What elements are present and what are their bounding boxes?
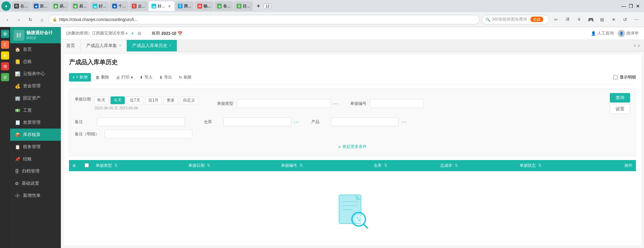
tab-history[interactable]: 产成品入库单历史 ×: [127, 40, 177, 51]
translate-btn[interactable]: 译: [563, 15, 572, 24]
minimize-button[interactable]: —: [621, 3, 626, 9]
service-btn[interactable]: 👤 人工咨询: [591, 30, 614, 36]
tab-close-all[interactable]: × ≡: [634, 43, 644, 48]
browser-tab-11[interactable]: ■ 各...: [214, 1, 233, 11]
select-all-checkbox[interactable]: [85, 163, 89, 167]
tab-breadcrumb-home[interactable]: 首页: [61, 40, 81, 51]
browser-tab-4[interactable]: ◆ 易...: [70, 1, 89, 11]
sidebar-item-tax[interactable]: 📋 税务管理: [10, 141, 61, 153]
forward-button[interactable]: ›: [14, 15, 24, 24]
theme-btn[interactable]: ☀: [609, 15, 618, 24]
date-btn-more[interactable]: 更多: [164, 96, 178, 104]
maximize-button[interactable]: ❐: [629, 3, 633, 9]
settings-button[interactable]: 设置: [610, 104, 630, 114]
col-checkbox[interactable]: [81, 160, 92, 171]
search-bar[interactable]: 🔍 360智能抠图免费用 热搜: [482, 15, 549, 24]
type-input[interactable]: [237, 99, 331, 108]
app-icon-3[interactable]: ★: [1, 51, 9, 60]
new-tab-button[interactable]: +: [254, 1, 263, 11]
settings-gear-icon[interactable]: ⚙: [137, 31, 142, 36]
app-icon-2[interactable]: C: [1, 41, 9, 49]
sidebar-item-invoice[interactable]: 🧾 发票管理: [10, 116, 61, 129]
tab-count[interactable]: 12: [264, 3, 271, 9]
print-button[interactable]: 🖨 打印 ▾: [114, 73, 135, 82]
browser-tab-9[interactable]: T 腾...: [175, 1, 194, 11]
company-selector[interactable]: (勿删勿禁用）江西腿宝测试专用 ▾: [66, 30, 127, 36]
sidebar-item-basic[interactable]: ⚙ 基础设置: [10, 177, 61, 189]
sidebar-item-newvoucher[interactable]: ➕ 新增凭单: [10, 189, 61, 202]
sidebar-item-assets[interactable]: 🏢 固定资产: [10, 92, 61, 104]
close-window-button[interactable]: ✕: [636, 3, 640, 9]
date-btn-7days[interactable]: 近7天: [127, 96, 143, 104]
back-button[interactable]: ‹: [3, 15, 12, 24]
tab-list[interactable]: 产成品入库单集 ×: [81, 40, 127, 51]
sidebar-item-ledger[interactable]: 📒 总账: [10, 55, 61, 68]
browser-tab-8[interactable]: ☁ 好... ×: [149, 1, 174, 11]
add-company-btn[interactable]: +: [131, 30, 134, 37]
query-button[interactable]: 查询: [610, 93, 630, 103]
close-all-icon[interactable]: ×: [634, 43, 636, 48]
refresh-button[interactable]: ↻: [26, 15, 35, 24]
detail-remarks-input[interactable]: [104, 130, 192, 138]
tab-close-8[interactable]: ×: [167, 4, 172, 8]
remarks-input[interactable]: [97, 117, 185, 126]
col-warehouse[interactable]: 仓库 ⇅: [370, 160, 437, 171]
tab-history-close-icon[interactable]: ×: [169, 44, 171, 47]
address-bar[interactable]: 🔒 https://cloud.chanjet.com/accounting/u…: [49, 15, 480, 24]
sidebar-item-salary[interactable]: 💵 工资: [10, 104, 61, 116]
browser-tab-3[interactable]: ◆ 易...: [51, 1, 70, 11]
delete-button[interactable]: 🗑 删除: [94, 73, 111, 82]
game-btn[interactable]: 🎮: [586, 15, 595, 24]
empty-state: [69, 171, 636, 245]
date-btn-custom[interactable]: 自定义: [180, 96, 198, 104]
browser-tab-1[interactable]: 在 在...: [11, 1, 30, 11]
date-btn-today[interactable]: 今天: [111, 96, 125, 104]
warehouse-input[interactable]: [223, 117, 291, 126]
undo-btn[interactable]: ↺: [620, 15, 630, 24]
show-detail-checkbox[interactable]: [613, 75, 618, 80]
browser-tab-7[interactable]: C 企...: [129, 1, 148, 11]
sidebar-item-inventory[interactable]: 📦 库存核算: [10, 129, 61, 141]
col-number[interactable]: 单据编号 ⇅: [278, 160, 370, 171]
type-dropdown-icon[interactable]: ⋯: [333, 100, 338, 107]
close-all-label[interactable]: ≡: [638, 43, 640, 48]
collapse-conditions-btn[interactable]: ∧ 收起更多条件: [75, 142, 630, 152]
date-btn-yesterday[interactable]: 昨天: [94, 96, 109, 104]
more-btn[interactable]: ⋯: [632, 15, 641, 24]
col-total-cost[interactable]: 总成本 ⇅: [437, 160, 516, 171]
browser-tab-5[interactable]: ☁ 好...: [90, 1, 109, 11]
browser-tab-12[interactable]: S 目...: [234, 1, 253, 11]
user-avatar[interactable]: 👤 徐泽华: [618, 30, 639, 37]
home-button[interactable]: ⌂: [37, 15, 47, 24]
browser-tab-6[interactable]: ■ 个...: [110, 1, 128, 11]
scissors-btn[interactable]: ✂: [551, 15, 561, 24]
col-date[interactable]: 单据日期 ⇅: [185, 160, 278, 171]
import-button[interactable]: ⬆ 导入: [138, 73, 154, 82]
date-options-group: 昨天 今天 近7天 近1月 更多 自定义 2023-06-06 至 2023-0…: [94, 96, 198, 111]
col-type[interactable]: 单据类型 ⇅: [92, 160, 185, 171]
product-input[interactable]: [331, 117, 399, 126]
refresh-action-button[interactable]: ↻ 刷新: [177, 73, 194, 82]
app-icon-4[interactable]: 微: [1, 62, 9, 70]
sidebar-item-reports[interactable]: 📊 云报表中心: [10, 68, 61, 80]
calendar-icon[interactable]: 📅: [177, 31, 183, 36]
currency-btn[interactable]: ¥: [574, 15, 584, 24]
number-input[interactable]: [370, 99, 424, 108]
col-status[interactable]: 单据状态 ⇅: [516, 160, 609, 171]
browser-tab-10[interactable]: M 畅...: [195, 1, 214, 11]
sidebar-item-funds[interactable]: 💰 资金管理: [10, 80, 61, 92]
grid-btn[interactable]: ⊞: [597, 15, 607, 24]
tab-list-close-icon[interactable]: ×: [119, 44, 121, 47]
add-button[interactable]: + + 新增: [69, 73, 91, 82]
app-icon-main[interactable]: ✦: [1, 30, 9, 38]
sidebar-item-home[interactable]: 🏠 首页: [10, 43, 61, 55]
browser-tab-2[interactable]: ■ 新...: [31, 1, 50, 11]
sidebar-item-checkout[interactable]: 📌 结账: [10, 153, 61, 165]
app-icon-5[interactable]: @: [1, 73, 9, 81]
warehouse-dots-icon[interactable]: ⋯: [294, 119, 299, 125]
date-btn-1month[interactable]: 近1月: [145, 96, 162, 104]
product-dots-icon[interactable]: ⋯: [401, 119, 407, 125]
sidebar-item-archive[interactable]: 🗄 归档管理: [10, 165, 61, 177]
col-settings[interactable]: ⚙: [69, 160, 81, 171]
export-button[interactable]: ⬇ 导出: [157, 73, 174, 82]
